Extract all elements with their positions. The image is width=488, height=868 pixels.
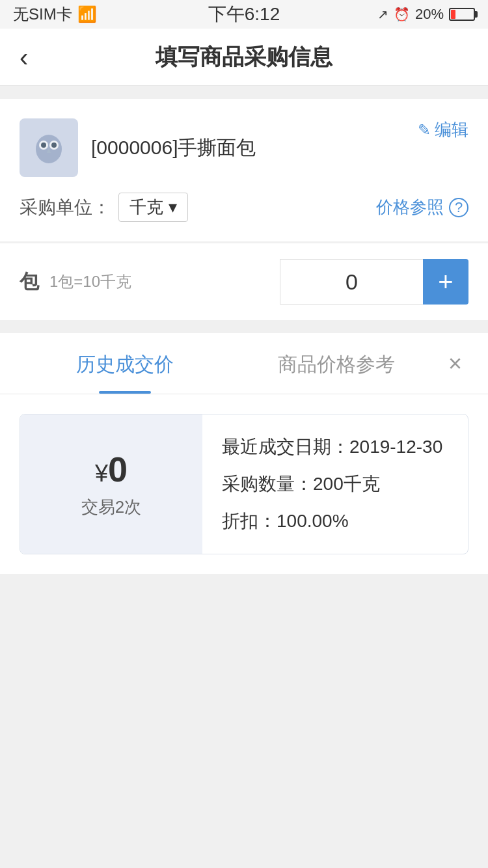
product-name: [0000006]手撕面包 xyxy=(91,135,256,161)
history-card: ¥0 交易2次 最近成交日期：2019-12-30 采购数量：200千克 折扣：… xyxy=(20,414,468,554)
battery-icon xyxy=(449,8,475,21)
edit-icon: ✎ xyxy=(418,121,431,139)
discount-row: 折扣：100.00% xyxy=(222,508,448,534)
quantity-unit: 包 xyxy=(20,269,39,295)
card-right: 最近成交日期：2019-12-30 采购数量：200千克 折扣：100.00% xyxy=(202,414,468,554)
status-bar: 无SIM卡 📶 下午6:12 ↗ ⏰ 20% xyxy=(0,0,488,29)
price-ref-button[interactable]: 价格参照 ? xyxy=(376,196,468,219)
recent-date-label: 最近成交日期： xyxy=(222,437,349,457)
gps-icon: ↗ xyxy=(377,7,388,22)
status-time: 下午6:12 xyxy=(208,2,280,27)
purchase-qty-label: 采购数量： xyxy=(222,474,313,494)
tab-product-ref-label: 商品价格参考 xyxy=(278,353,395,375)
back-button[interactable]: ‹ xyxy=(20,44,28,70)
price-ref-label: 价格参照 xyxy=(376,196,444,219)
product-logo-icon xyxy=(29,128,68,167)
history-content: ¥0 交易2次 最近成交日期：2019-12-30 采购数量：200千克 折扣：… xyxy=(0,394,488,574)
product-thumbnail xyxy=(20,118,78,177)
discount-label: 折扣： xyxy=(222,511,277,531)
bottom-space xyxy=(0,574,488,868)
price-value: 0 xyxy=(108,450,128,489)
card-left: ¥0 交易2次 xyxy=(20,414,202,554)
edit-button[interactable]: ✎ 编辑 xyxy=(418,118,468,141)
svg-point-4 xyxy=(51,142,57,148)
tabs-section: 历史成交价 商品价格参考 × ¥0 交易2次 最近成交日期：2019-12-30… xyxy=(0,333,488,574)
discount-value: 100.00% xyxy=(277,511,349,531)
tab-product-price-ref[interactable]: 商品价格参考 xyxy=(230,333,441,394)
battery-percent: 20% xyxy=(415,6,444,23)
product-section: [0000006]手撕面包 ✎ 编辑 采购单位： 千克 ▾ 价格参照 ? xyxy=(0,99,488,241)
quantity-left: 包 1包=10千克 xyxy=(20,269,131,295)
quantity-hint: 1包=10千克 xyxy=(49,271,131,292)
unit-left: 采购单位： 千克 ▾ xyxy=(20,193,188,222)
svg-point-3 xyxy=(41,142,46,148)
wifi-icon: 📶 xyxy=(77,5,97,23)
price-ref-icon: ? xyxy=(449,198,468,217)
product-left: [0000006]手撕面包 xyxy=(20,118,256,177)
alarm-icon: ⏰ xyxy=(394,7,410,22)
unit-label: 采购单位： xyxy=(20,195,111,220)
price-symbol: ¥ xyxy=(95,460,108,487)
purchase-qty-value: 200千克 xyxy=(313,474,380,494)
status-left: 无SIM卡 📶 xyxy=(13,4,97,25)
nav-bar: ‹ 填写商品采购信息 xyxy=(0,29,488,86)
tab-history-price[interactable]: 历史成交价 xyxy=(20,333,230,394)
tabs-close-button[interactable]: × xyxy=(442,337,468,390)
quantity-plus-button[interactable]: + xyxy=(423,259,468,305)
edit-label: 编辑 xyxy=(435,118,468,141)
product-unit-row: 采购单位： 千克 ▾ 价格参照 ? xyxy=(20,193,468,222)
unit-selector[interactable]: 千克 ▾ xyxy=(118,193,188,222)
quantity-right: 0 + xyxy=(280,259,468,305)
carrier-label: 无SIM卡 xyxy=(13,4,72,25)
tabs-header: 历史成交价 商品价格参考 × xyxy=(0,333,488,394)
purchase-qty-row: 采购数量：200千克 xyxy=(222,471,448,496)
page-title: 填写商品采购信息 xyxy=(156,42,332,72)
tab-history-label: 历史成交价 xyxy=(76,353,174,375)
product-header: [0000006]手撕面包 ✎ 编辑 xyxy=(20,118,468,177)
recent-date-row: 最近成交日期：2019-12-30 xyxy=(222,434,448,459)
trade-count: 交易2次 xyxy=(81,496,141,519)
quantity-section: 包 1包=10千克 0 + xyxy=(0,243,488,320)
quantity-input[interactable]: 0 xyxy=(280,259,423,305)
card-price: ¥0 xyxy=(95,449,128,489)
unit-value: 千克 xyxy=(129,196,163,219)
status-right: ↗ ⏰ 20% xyxy=(377,6,475,23)
recent-date-value: 2019-12-30 xyxy=(349,437,442,457)
unit-dropdown-arrow: ▾ xyxy=(169,197,177,217)
